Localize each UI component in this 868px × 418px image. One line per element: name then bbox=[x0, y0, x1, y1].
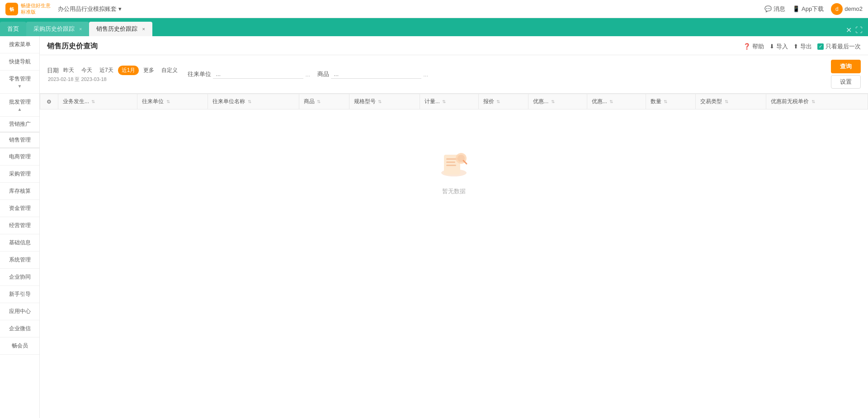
sidebar-item-vip-member[interactable]: 畅会员 bbox=[0, 337, 39, 355]
svg-text:畅: 畅 bbox=[9, 7, 14, 12]
sidebar-item-enterprise-wechat[interactable]: 企业微信 bbox=[0, 320, 39, 337]
date-btn-today[interactable]: 今天 bbox=[79, 66, 95, 75]
sidebar-item-finance[interactable]: 资金管理 bbox=[0, 200, 39, 217]
col-unit[interactable]: 计量... ⇅ bbox=[420, 94, 478, 109]
quick-nav-label: 快捷导航 bbox=[9, 58, 31, 66]
col-partner-code[interactable]: 往来单位 ⇅ bbox=[137, 94, 208, 109]
date-btn-1month[interactable]: 近1月 bbox=[118, 66, 139, 75]
finance-label: 资金管理 bbox=[9, 204, 31, 212]
tab-home[interactable]: 首页 bbox=[0, 22, 26, 36]
enterprise-collab-label: 企业协同 bbox=[9, 273, 31, 281]
col-spec[interactable]: 规格型号 ⇅ bbox=[349, 94, 420, 109]
sidebar-item-newbie-guide[interactable]: 新手引导 bbox=[0, 286, 39, 303]
export-button[interactable]: ⬆ 导出 bbox=[793, 43, 812, 51]
col-quote[interactable]: 报价 ⇅ bbox=[478, 94, 528, 109]
date-btn-custom[interactable]: 自定义 bbox=[159, 66, 180, 75]
partner-input[interactable] bbox=[213, 70, 303, 79]
data-table: ⚙ 业务发生... ⇅ 往来单位 ⇅ 往来单位名称 bbox=[40, 94, 868, 109]
sort-spec-icon: ⇅ bbox=[378, 99, 382, 104]
date-label: 日期 bbox=[47, 66, 59, 75]
sidebar-item-enterprise-collab[interactable]: 企业协同 bbox=[0, 269, 39, 286]
sort-discount1-icon: ⇅ bbox=[551, 99, 555, 104]
only-last-checkbox[interactable]: ✓ bbox=[817, 43, 824, 50]
sidebar-item-search-menu[interactable]: 搜索菜单 bbox=[0, 36, 39, 53]
col-partner-name[interactable]: 往来单位名称 ⇅ bbox=[208, 94, 299, 109]
sales-mgmt-label: 销售管理 bbox=[9, 137, 31, 143]
header-left: 畅 畅捷信好生意 标准版 办公用品行业模拟账套 ▾ bbox=[5, 3, 122, 15]
tab-sales-history[interactable]: 销售历史价跟踪 × bbox=[89, 22, 152, 36]
col-discount2[interactable]: 优惠... ⇅ bbox=[587, 94, 646, 109]
sidebar-item-purchase-mgmt[interactable]: 采购管理 bbox=[0, 166, 39, 183]
col-product[interactable]: 商品 ⇅ bbox=[299, 94, 349, 109]
tab-sales-label: 销售历史价跟踪 bbox=[96, 25, 137, 33]
col-spec-label: 规格型号 bbox=[354, 98, 376, 104]
sort-partner-code-icon: ⇅ bbox=[166, 99, 170, 104]
app-download-button[interactable]: 📱 App下载 bbox=[793, 5, 824, 13]
filter-area: 日期 昨天 今天 近7天 近1月 更多 自定义 2023-02-18 至 202… bbox=[40, 55, 868, 94]
settings-button[interactable]: 设置 bbox=[831, 75, 861, 89]
tab-sales-close-icon[interactable]: × bbox=[142, 26, 145, 32]
col-pre-tax-price[interactable]: 优惠前无税单价 ⇅ bbox=[766, 94, 868, 109]
sidebar-item-sales-mgmt[interactable]: 销售管理 bbox=[0, 133, 39, 148]
gear-icon: ⚙ bbox=[47, 99, 52, 105]
sort-biz-date-icon: ⇅ bbox=[91, 99, 95, 104]
purchase-mgmt-label: 采购管理 bbox=[9, 170, 31, 178]
sort-pre-tax-price-icon: ⇅ bbox=[811, 99, 815, 104]
col-discount2-label: 优惠... bbox=[592, 98, 607, 104]
sidebar-item-ecommerce[interactable]: 电商管理 bbox=[0, 148, 39, 166]
col-trade-type-label: 交易类型 bbox=[700, 98, 722, 104]
content-area: 销售历史价查询 ❓ 帮助 ⬇ 导入 ⬆ 导出 ✓ bbox=[40, 36, 868, 418]
col-quantity[interactable]: 数量 ⇅ bbox=[646, 94, 696, 109]
tab-purchase-close-icon[interactable]: × bbox=[79, 26, 82, 32]
col-pre-tax-price-label: 优惠前无税单价 bbox=[771, 98, 809, 104]
sidebar-item-quick-nav[interactable]: 快捷导航 bbox=[0, 53, 39, 71]
query-button[interactable]: 查询 bbox=[831, 60, 861, 73]
col-settings[interactable]: ⚙ bbox=[40, 94, 58, 109]
logo-area: 畅 畅捷信好生意 标准版 bbox=[5, 3, 51, 15]
date-btn-7days[interactable]: 近7天 bbox=[97, 66, 116, 75]
app-download-label: App下载 bbox=[802, 5, 824, 13]
user-profile[interactable]: d demo2 bbox=[831, 3, 863, 15]
product-select-icon[interactable]: ... bbox=[423, 71, 428, 78]
col-trade-type[interactable]: 交易类型 ⇅ bbox=[696, 94, 766, 109]
logo-text: 畅捷信好生意 标准版 bbox=[21, 3, 51, 14]
system-mgmt-label: 系统管理 bbox=[9, 256, 31, 264]
col-quantity-label: 数量 bbox=[651, 98, 661, 104]
tab-purchase-history[interactable]: 采购历史价跟踪 × bbox=[26, 22, 89, 36]
message-button[interactable]: 💬 消息 bbox=[764, 5, 785, 13]
sidebar-item-inventory[interactable]: 库存核算 bbox=[0, 183, 39, 200]
close-window-icon[interactable]: ✕ bbox=[846, 26, 852, 34]
empty-state: 暂无数据 bbox=[40, 109, 868, 232]
sidebar-item-basic-info[interactable]: 基础信息 bbox=[0, 234, 39, 252]
sidebar-item-app-center[interactable]: 应用中心 bbox=[0, 303, 39, 320]
company-selector[interactable]: 办公用品行业模拟账套 ▾ bbox=[58, 5, 122, 13]
maximize-window-icon[interactable]: ⛶ bbox=[855, 26, 863, 34]
wholesale-mgmt-label: 批发管理 bbox=[9, 98, 31, 106]
sidebar-item-wholesale-mgmt[interactable]: 批发管理 ▲ bbox=[0, 94, 39, 117]
main-layout: 搜索菜单 快捷导航 零售管理 ▼ 批发管理 ▲ 营销推广 销售管理 电商管理 采… bbox=[0, 36, 868, 418]
basic-info-label: 基础信息 bbox=[9, 239, 31, 247]
sidebar-item-marketing[interactable]: 营销推广 bbox=[0, 117, 39, 133]
product-filter: 商品 ... bbox=[317, 70, 428, 79]
date-btn-more[interactable]: 更多 bbox=[141, 66, 157, 75]
col-discount1[interactable]: 优惠... ⇅ bbox=[528, 94, 587, 109]
message-icon: 💬 bbox=[764, 5, 772, 12]
sidebar-item-retail-mgmt[interactable]: 零售管理 ▼ bbox=[0, 71, 39, 94]
retail-mgmt-label: 零售管理 bbox=[9, 75, 31, 83]
sidebar-item-operations[interactable]: 经营管理 bbox=[0, 217, 39, 234]
avatar: d bbox=[831, 3, 843, 15]
import-button[interactable]: ⬇ 导入 bbox=[769, 43, 788, 51]
date-btn-yesterday[interactable]: 昨天 bbox=[61, 66, 77, 75]
sidebar-item-system-mgmt[interactable]: 系统管理 bbox=[0, 252, 39, 269]
app-center-label: 应用中心 bbox=[9, 308, 31, 315]
help-button[interactable]: ❓ 帮助 bbox=[743, 43, 764, 51]
tab-home-label: 首页 bbox=[7, 25, 19, 33]
svg-rect-5 bbox=[446, 162, 455, 163]
sort-quantity-icon: ⇅ bbox=[664, 99, 667, 104]
partner-select-icon[interactable]: ... bbox=[305, 71, 310, 78]
export-icon: ⬆ bbox=[793, 43, 798, 50]
product-label: 商品 bbox=[317, 70, 329, 78]
col-biz-date[interactable]: 业务发生... ⇅ bbox=[58, 94, 137, 109]
product-input[interactable] bbox=[331, 70, 421, 79]
only-last-checkbox-wrapper[interactable]: ✓ 只看最后一次 bbox=[817, 43, 861, 51]
